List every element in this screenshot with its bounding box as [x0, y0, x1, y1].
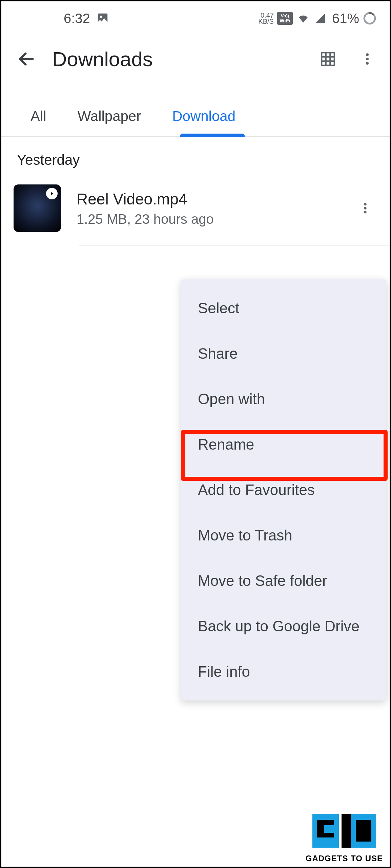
menu-move-to-safe-folder[interactable]: Move to Safe folder [181, 558, 386, 604]
svg-point-9 [366, 53, 369, 56]
status-bar: 6:32 0.47 KB/S Vo)) WiFi 61% [1, 1, 390, 35]
svg-point-1 [100, 16, 102, 18]
photo-icon [96, 12, 109, 25]
wifi-icon [296, 13, 310, 24]
row-divider [79, 245, 390, 246]
menu-select[interactable]: Select [181, 285, 386, 331]
menu-move-to-trash[interactable]: Move to Trash [181, 513, 386, 558]
watermark: GADGETS TO USE [306, 812, 383, 863]
menu-backup-drive[interactable]: Back up to Google Drive [181, 604, 386, 649]
page-title: Downloads [52, 47, 153, 71]
svg-point-10 [366, 58, 369, 60]
context-menu: Select Share Open with Rename Add to Fav… [181, 279, 386, 701]
svg-point-12 [364, 203, 366, 205]
watermark-logo-icon [310, 812, 378, 852]
tab-wallpaper[interactable]: Wallpaper [62, 108, 157, 135]
tab-download[interactable]: Download [157, 108, 251, 135]
battery-saver-icon [363, 11, 377, 25]
play-icon [46, 188, 58, 199]
file-subtitle: 1.25 MB, 23 hours ago [77, 212, 356, 227]
file-more-button[interactable] [356, 199, 375, 218]
menu-file-info[interactable]: File info [181, 649, 386, 694]
signal-icon [314, 13, 327, 24]
menu-open-with[interactable]: Open with [181, 376, 386, 422]
svg-point-14 [364, 211, 366, 213]
more-options-button[interactable] [358, 50, 377, 68]
app-bar-actions [318, 50, 377, 68]
data-rate-unit: KB/S [258, 18, 274, 24]
menu-rename[interactable]: Rename [181, 422, 386, 467]
tab-all[interactable]: All [15, 108, 62, 135]
back-button[interactable] [14, 47, 39, 71]
file-meta: Reel Video.mp4 1.25 MB, 23 hours ago [77, 190, 356, 227]
data-rate: 0.47 KB/S [258, 12, 274, 24]
status-left: 6:32 [64, 11, 109, 26]
video-thumbnail[interactable] [14, 184, 61, 232]
menu-share[interactable]: Share [181, 331, 386, 376]
tabs: All Wallpaper Download [1, 83, 390, 137]
svg-rect-4 [322, 53, 334, 65]
svg-point-13 [364, 207, 366, 209]
grid-view-button[interactable] [318, 50, 337, 68]
svg-point-11 [366, 62, 369, 65]
vowifi-icon: Vo)) WiFi [277, 12, 293, 25]
app-bar: Downloads [1, 35, 390, 83]
tab-indicator [180, 134, 245, 137]
menu-add-favourites[interactable]: Add to Favourites [181, 467, 386, 513]
file-row[interactable]: Reel Video.mp4 1.25 MB, 23 hours ago [1, 178, 390, 238]
status-right: 0.47 KB/S Vo)) WiFi 61% [258, 11, 377, 26]
section-header-yesterday: Yesterday [1, 137, 390, 178]
battery-percent: 61% [332, 11, 359, 26]
clock-time: 6:32 [64, 11, 90, 26]
svg-rect-18 [324, 825, 339, 833]
svg-rect-22 [356, 814, 371, 820]
svg-rect-17 [317, 814, 334, 820]
file-name: Reel Video.mp4 [77, 190, 356, 208]
watermark-text: GADGETS TO USE [306, 854, 383, 863]
